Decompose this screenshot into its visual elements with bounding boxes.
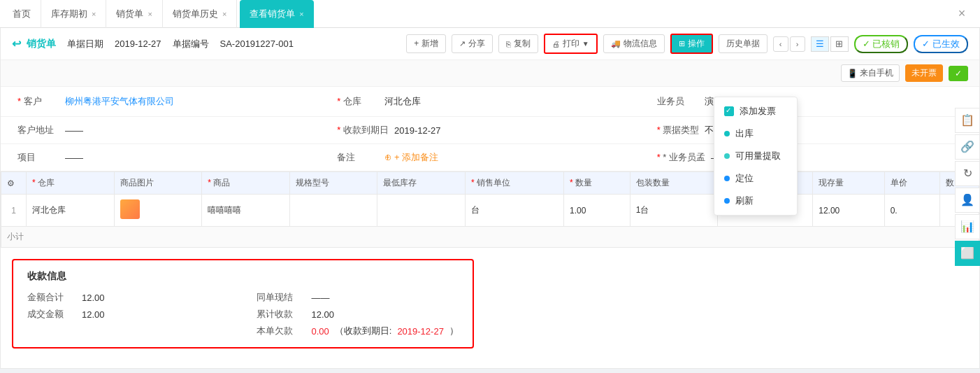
check-button[interactable]: ✓ [949, 66, 968, 81]
date-value: 2019-12-27 [115, 38, 161, 49]
copy-button[interactable]: ⎘ 复制 [498, 34, 538, 53]
print-button[interactable]: 🖨 打印 ▼ [544, 34, 598, 54]
col-unit-price: 单价 [884, 172, 939, 195]
nav-arrows: ‹ › [773, 36, 805, 52]
address-label: 客户地址 [17, 124, 59, 136]
tab-home[interactable]: 首页 [6, 0, 41, 28]
from-phone-button[interactable]: 📱 来自手机 [841, 64, 900, 82]
total-amount-label: 金额合计 [27, 291, 76, 304]
payment-section: 收款信息 金额合计 12.00 成交金额 12.00 同单现结 —— [1, 248, 979, 368]
cumulative-label: 累计收款 [257, 308, 305, 321]
main-content: ↩ 销货单 单据日期 2019-12-27 单据编号 SA-20191227-0… [0, 28, 980, 369]
col-product-img: 商品图片 [114, 172, 202, 195]
ticket-type-label: 票据类型 [657, 124, 700, 136]
doc-actions: + 新增 ↗ 分享 ⎘ 复制 🖨 打印 ▼ 🚚 物流信息 ⊞ 操作 [406, 34, 968, 54]
tab-view-sales[interactable]: 查看销货单 × [240, 0, 313, 28]
ticket-type-field: 票据类型 不开票 [657, 124, 963, 136]
data-table: ⚙ * 仓库 商品图片 * 商品 规格型号 最低库存 * 销售单位 * 数量 包… [1, 171, 979, 248]
list-view-button[interactable]: ☰ [811, 36, 829, 52]
col-pack-qty: 包装数量 [630, 172, 718, 195]
effective-button[interactable]: ✓ 已生效 [914, 35, 968, 53]
logistics-button[interactable]: 🚚 物流信息 [603, 34, 665, 53]
close-view-sales-tab[interactable]: × [299, 10, 303, 18]
operations-button[interactable]: ⊞ 操作 [670, 34, 713, 54]
sidebar-icon-expand[interactable]: ⬜ [955, 241, 980, 266]
note-label: 备注 [337, 151, 379, 164]
refresh-icon [724, 198, 730, 204]
settlement-label: 同单现结 [257, 291, 305, 304]
cumulative-row: 累计收款 12.00 [257, 308, 458, 321]
tab-sales-history[interactable]: 销货单历史 × [163, 0, 237, 28]
cancel-button[interactable]: ✓ 已核销 [854, 35, 909, 53]
close-sales-tab[interactable]: × [147, 10, 152, 18]
tab-inventory[interactable]: 库存期初 × [41, 0, 106, 28]
available-qty-icon [724, 153, 730, 159]
refresh-item[interactable]: 刷新 [714, 190, 797, 212]
not-opened-button[interactable]: 未开票 [905, 64, 943, 82]
sidebar-icon-chart[interactable]: 📊 [955, 214, 980, 239]
number-label: 单据编号 [173, 38, 209, 50]
salesperson-note-label: * 业务员孟 [657, 151, 705, 164]
settlement-row: 同单现结 —— [257, 291, 458, 304]
salesperson-note-field: * 业务员孟 —— [657, 151, 963, 164]
share-button[interactable]: ↗ 分享 [452, 34, 493, 53]
payment-grid: 金额合计 12.00 成交金额 12.00 同单现结 —— 累计收款 [27, 291, 459, 337]
sidebar-icon-clipboard[interactable]: 📋 [955, 108, 980, 133]
table-row: 1 河北仓库 嘻嘻嘻嘻 台 1.00 1台 12.00 0. [1, 195, 979, 227]
global-close-button[interactable]: × [949, 1, 974, 27]
add-invoice-icon [724, 106, 734, 116]
locate-item[interactable]: 定位 [714, 167, 797, 190]
row-product-img [114, 195, 202, 227]
table-wrapper: ⚙ * 仓库 商品图片 * 商品 规格型号 最低库存 * 销售单位 * 数量 包… [1, 171, 979, 248]
form-section-2: 客户地址 —— 收款到期日 2019-12-27 票据类型 不开票 [1, 117, 979, 144]
warehouse-field: 仓库 河北仓库 [337, 95, 642, 108]
close-history-tab[interactable]: × [222, 10, 226, 18]
row-spec [289, 195, 377, 227]
outstanding-row: 本单欠款 0.00 （收款到期日: 2019-12-27 ） [257, 325, 458, 337]
new-button[interactable]: + 新增 [406, 34, 445, 53]
form-section-1: 客户 柳州粤港平安气体有限公司 仓库 河北仓库 业务员 演示账号 [1, 87, 979, 117]
sidebar-icon-link[interactable]: 🔗 [955, 134, 980, 160]
payment-date-field: 收款到期日 2019-12-27 [337, 124, 642, 136]
warehouse-label: 仓库 [337, 95, 379, 108]
table-header-row: ⚙ * 仓库 商品图片 * 商品 规格型号 最低库存 * 销售单位 * 数量 包… [1, 172, 979, 195]
col-quantity: * 数量 [564, 172, 630, 195]
grid-view-button[interactable]: ⊞ [830, 36, 849, 52]
project-label: 项目 [17, 151, 59, 164]
salesperson-field: 业务员 演示账号 [657, 95, 963, 108]
outbound-item[interactable]: 出库 [714, 122, 797, 145]
row-current-stock: 12.00 [813, 195, 884, 227]
tab-sales[interactable]: 销货单 × [106, 0, 162, 28]
address-value: —— [65, 125, 83, 136]
add-note-button[interactable]: ⊕ + 添加备注 [384, 151, 438, 164]
available-qty-item[interactable]: 可用量提取 [714, 145, 797, 167]
col-sales-unit: * 销售单位 [465, 172, 563, 195]
col-current-stock: 现存量 [813, 172, 884, 195]
transaction-label: 成交金额 [27, 308, 76, 321]
sidebar-icon-user[interactable]: 👤 [955, 188, 980, 213]
sidebar-icon-refresh[interactable]: ↻ [955, 161, 980, 186]
row-min-stock [377, 195, 466, 227]
transaction-row: 成交金额 12.00 [27, 308, 229, 321]
add-invoice-item[interactable]: 添加发票 [714, 100, 797, 122]
tab-bar: 首页 库存期初 × 销货单 × 销货单历史 × 查看销货单 × × [0, 0, 980, 28]
col-settings[interactable]: ⚙ [1, 172, 27, 195]
operations-dropdown: 添加发票 出库 可用量提取 定位 刷新 [714, 97, 798, 216]
right-sidebar: 📋 🔗 ↻ 👤 📊 ⬜ [955, 108, 980, 266]
payment-title: 收款信息 [27, 270, 459, 283]
view-buttons: ☰ ⊞ [811, 36, 849, 52]
customer-value[interactable]: 柳州粤港平安气体有限公司 [65, 95, 174, 108]
history-button[interactable]: 历史单据 [719, 34, 768, 53]
number-value: SA-20191227-001 [220, 38, 294, 49]
next-button[interactable]: › [790, 36, 805, 52]
prev-button[interactable]: ‹ [773, 36, 788, 52]
locate-icon [724, 176, 730, 181]
doc-meta: 单据日期 2019-12-27 单据编号 SA-20191227-001 [67, 38, 294, 50]
outstanding-note: （收款到期日: [335, 325, 392, 337]
customer-field: 客户 柳州粤港平安气体有限公司 [17, 95, 323, 108]
col-min-stock: 最低库存 [377, 172, 466, 195]
outstanding-date: 2019-12-27 [397, 326, 444, 337]
close-inventory-tab[interactable]: × [92, 10, 96, 18]
col-product: * 商品 [202, 172, 290, 195]
total-amount-value: 12.00 [82, 293, 105, 303]
